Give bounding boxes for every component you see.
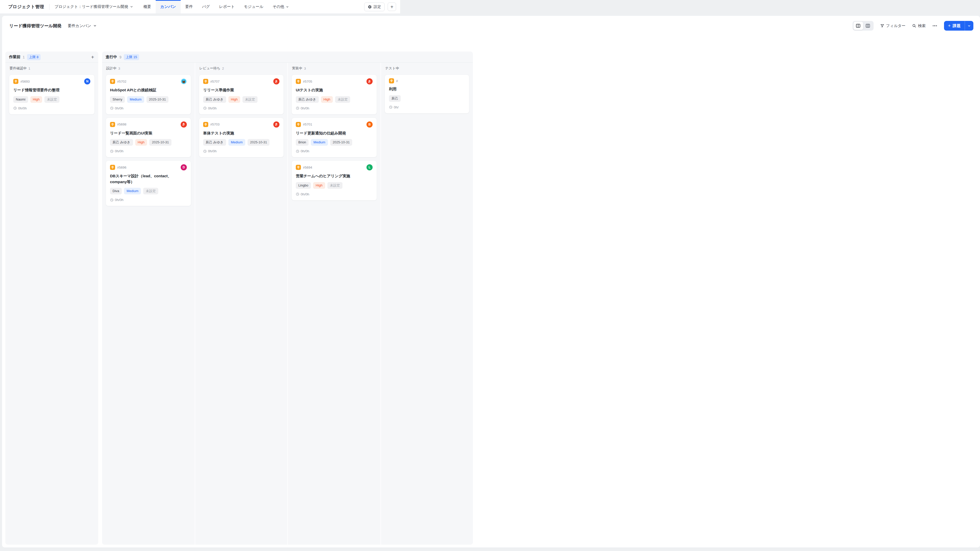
avatar bbox=[181, 78, 187, 84]
card-tags: LingboHigh未設定 bbox=[296, 182, 372, 189]
issue-card[interactable]: #5696DDBスキーマ設計（lead、contact、company等）Div… bbox=[106, 160, 191, 206]
time-row: 0h/0h bbox=[110, 198, 187, 202]
card-id-row: #5707き bbox=[203, 78, 280, 84]
issue-id: #5703 bbox=[210, 122, 220, 126]
kanban-group: 作業前1上限 8+要件確認中1#5693Nリード情報管理要件の整理NaomiHi… bbox=[5, 52, 98, 225]
issue-type-icon bbox=[110, 79, 115, 84]
issue-type-icon bbox=[296, 122, 301, 127]
card-title: リリース準備作業 bbox=[203, 87, 280, 93]
tab-その他[interactable]: その他 bbox=[268, 0, 293, 14]
group-header: 進行中9上限 15 bbox=[102, 52, 400, 63]
view-selector-label: 要件カンバン bbox=[68, 24, 91, 28]
tag-pill: Medium bbox=[124, 188, 141, 194]
time-row: 0h/ bbox=[389, 105, 400, 109]
clock-icon bbox=[389, 105, 393, 109]
lightbulb-icon bbox=[204, 123, 207, 126]
tag-pill: Medium bbox=[127, 96, 144, 103]
issue-card[interactable]: #利用辰己0h/ bbox=[385, 75, 400, 114]
lightbulb-icon bbox=[204, 79, 207, 83]
issue-type-icon bbox=[203, 79, 208, 84]
column-cards: #5693Nリード情報管理要件の整理NaomiHigh未設定0h/0h bbox=[5, 74, 98, 118]
tag-pill: Brion bbox=[296, 139, 309, 146]
global-add-button[interactable]: + bbox=[388, 3, 396, 11]
issue-card[interactable]: #5693Nリード情報管理要件の整理NaomiHigh未設定0h/0h bbox=[9, 75, 95, 114]
time-row: 0h/0h bbox=[203, 106, 280, 110]
time-text: 0h/0h bbox=[301, 149, 309, 153]
time-text: 0h/0h bbox=[115, 198, 124, 202]
time-text: 0h/0h bbox=[208, 149, 217, 153]
issue-type-icon bbox=[389, 78, 394, 83]
card-title: リード一覧画面のUI実装 bbox=[110, 130, 187, 136]
gear-icon bbox=[368, 5, 372, 9]
issue-card[interactable]: #5705きUIテストの実施辰己 みゆきHigh未設定0h/0h bbox=[291, 75, 377, 114]
card-tags: NaomiHigh未設定 bbox=[13, 96, 90, 103]
column-count: 2 bbox=[222, 67, 224, 70]
tab-モジュール[interactable]: モジュール bbox=[239, 0, 268, 14]
avatar: D bbox=[181, 164, 187, 170]
view-selector[interactable]: 要件カンバン bbox=[68, 24, 97, 28]
kanban-column-実装中: 実装中3#5705きUIテストの実施辰己 みゆきHigh未設定0h/0h#570… bbox=[288, 63, 380, 225]
issue-card[interactable]: #5707きリリース準備作業辰己 みゆきHigh未設定0h/0h bbox=[199, 75, 284, 114]
clock-icon bbox=[296, 192, 299, 196]
settings-button[interactable]: 設定 bbox=[364, 3, 385, 11]
project-selector[interactable]: プロジェクト：リード獲得管理ツール開発 bbox=[55, 4, 134, 9]
kanban-column-設計中: 設計中3#5702HubSpot APIとの接続検証SherryMedium20… bbox=[102, 63, 195, 225]
card-title: リード更新通知の仕組み開発 bbox=[296, 130, 372, 136]
tag-pill: 辰己 みゆき bbox=[110, 139, 133, 146]
column-header: 要件確認中1 bbox=[5, 63, 98, 74]
card-title: DBスキーマ設計（lead、contact、company等） bbox=[110, 173, 187, 185]
tag-pill: High bbox=[30, 96, 42, 103]
tab-バグ[interactable]: バグ bbox=[197, 0, 215, 14]
nav-divider bbox=[49, 4, 49, 10]
card-tags: BrionMedium2025-10-31 bbox=[296, 139, 372, 146]
card-title: 利用 bbox=[389, 86, 400, 92]
tab-label: 概要 bbox=[143, 4, 151, 9]
tab-カンバン[interactable]: カンバン bbox=[156, 0, 180, 14]
clock-icon bbox=[110, 198, 114, 202]
tab-レポート[interactable]: レポート bbox=[215, 0, 239, 14]
tab-label: バグ bbox=[202, 4, 210, 9]
card-tags: 辰己 みゆきHigh未設定 bbox=[203, 96, 280, 103]
tag-pill: 未設定 bbox=[335, 96, 350, 103]
issue-type-icon bbox=[296, 79, 301, 84]
column-title: 実装中 bbox=[292, 66, 302, 71]
tab-label: 要件 bbox=[185, 4, 193, 9]
issue-card[interactable]: #5702HubSpot APIとの接続検証SherryMedium2025-1… bbox=[106, 75, 191, 114]
issue-id: #5693 bbox=[21, 79, 30, 83]
card-tags: SherryMedium2025-10-31 bbox=[110, 96, 187, 103]
tab-label: レポート bbox=[219, 4, 234, 9]
issue-card[interactable]: #5698きリード一覧画面のUI実装辰己 みゆきHigh2025-10-310h… bbox=[106, 118, 191, 158]
tag-pill: High bbox=[321, 96, 333, 103]
group-columns: 要件確認中1#5693Nリード情報管理要件の整理NaomiHigh未設定0h/0… bbox=[5, 63, 98, 225]
kanban-group: 進行中9上限 15設計中3#5702HubSpot APIとの接続検証Sherr… bbox=[102, 52, 400, 225]
time-text: 0h/0h bbox=[115, 149, 124, 153]
time-text: 0h/0h bbox=[301, 192, 309, 196]
issue-card[interactable]: #5703き単体テストの実施辰己 みゆきMedium2025-10-310h/0… bbox=[199, 118, 284, 158]
tag-pill: Diva bbox=[110, 188, 122, 194]
clock-icon bbox=[296, 149, 299, 153]
column-cards: #5705きUIテストの実施辰己 みゆきHigh未設定0h/0h#5701Bリー… bbox=[288, 74, 380, 204]
kanban-column-テスト中: テスト中#利用辰己0h/ bbox=[381, 63, 400, 225]
column-header: 実装中3 bbox=[288, 63, 380, 74]
column-count: 3 bbox=[304, 67, 306, 70]
lightbulb-icon bbox=[111, 123, 115, 126]
issue-card[interactable]: #5694L営業チームへのヒアリング実施LingboHigh未設定0h/0h bbox=[291, 160, 377, 200]
time-text: 0h/0h bbox=[115, 106, 124, 110]
issue-card[interactable]: #5701Bリード更新通知の仕組み開発BrionMedium2025-10-31… bbox=[291, 118, 377, 158]
add-card-button[interactable]: + bbox=[91, 54, 95, 60]
tag-pill: 未設定 bbox=[242, 96, 258, 103]
tag-pill: Sherry bbox=[110, 96, 125, 103]
card-id-row: #5703き bbox=[203, 121, 280, 127]
column-header: 設計中3 bbox=[102, 63, 195, 74]
column-title: テスト中 bbox=[385, 66, 399, 71]
tab-概要[interactable]: 概要 bbox=[139, 0, 156, 14]
tag-pill: High bbox=[135, 139, 147, 146]
time-text: 0h/ bbox=[394, 105, 399, 109]
time-row: 0h/0h bbox=[110, 149, 187, 153]
issue-type-icon bbox=[296, 165, 301, 170]
column-cards: #5707きリリース準備作業辰己 みゆきHigh未設定0h/0h#5703き単体… bbox=[195, 74, 287, 161]
card-title: HubSpot APIとの接続検証 bbox=[110, 87, 187, 93]
avatar: き bbox=[273, 121, 280, 127]
avatar: L bbox=[366, 164, 372, 170]
tab-要件[interactable]: 要件 bbox=[181, 0, 197, 14]
